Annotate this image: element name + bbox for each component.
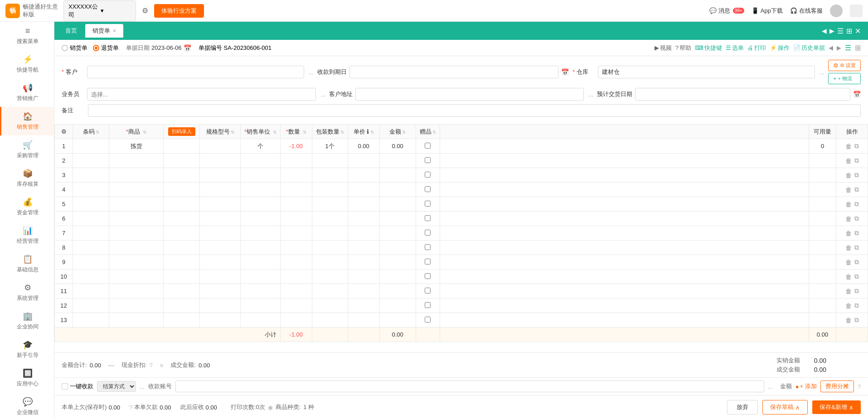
sort-amount-icon[interactable]: ⇅ [402, 130, 406, 135]
row-qty[interactable] [280, 168, 312, 183]
sidebar-item-enterprise[interactable]: 🏢 企业协同 [0, 307, 54, 335]
settings-button[interactable]: ⚙ [139, 5, 151, 17]
row-qty[interactable] [280, 284, 312, 299]
sort-pkg-icon[interactable]: ⇅ [340, 130, 344, 135]
gift-checkbox[interactable] [425, 157, 431, 163]
gift-checkbox[interactable] [425, 317, 431, 323]
row-amount[interactable] [379, 255, 416, 270]
customer-dots[interactable]: ... [309, 69, 314, 76]
row-gift[interactable] [416, 284, 440, 299]
row-spec[interactable] [200, 154, 241, 168]
row-qty[interactable]: -1.00 [280, 139, 312, 154]
help-small-icon[interactable]: ? [150, 362, 153, 369]
th-settings[interactable]: ⚙ [55, 125, 73, 139]
tab-home[interactable]: 首页 [58, 24, 84, 38]
copy-icon[interactable]: ⧉ [854, 186, 859, 193]
sidebar-item-search[interactable]: ≡ 搜索菜单 [0, 22, 54, 50]
row-pkg[interactable] [312, 270, 348, 284]
copy-icon[interactable]: ⧉ [854, 157, 859, 164]
product-types-icon[interactable]: ◉ [268, 404, 273, 411]
row-price[interactable]: 0.00 [348, 139, 379, 154]
th-scan[interactable]: 扫码录入 [164, 125, 200, 139]
sidebar-item-system[interactable]: ⚙ 系统管理 [0, 278, 54, 307]
row-gift[interactable] [416, 241, 440, 255]
logistics-btn[interactable]: + + 物流 [828, 73, 861, 84]
row-pkg[interactable] [312, 226, 348, 241]
row-unit[interactable] [241, 183, 281, 197]
row-unit[interactable]: 个 [241, 139, 281, 154]
row-pkg[interactable] [312, 255, 348, 270]
gift-checkbox[interactable] [425, 215, 431, 221]
row-barcode[interactable] [73, 313, 109, 327]
customer-input[interactable] [87, 66, 304, 78]
tab-close-icon[interactable]: × [113, 28, 116, 34]
row-gift[interactable] [416, 154, 440, 168]
app-download-item[interactable]: 📱 App下载 [752, 7, 783, 15]
row-gift[interactable] [416, 313, 440, 327]
sidebar-item-apps[interactable]: 🔲 应用中心 [0, 364, 54, 392]
copy-icon[interactable]: ⧉ [854, 171, 859, 179]
row-amount[interactable] [379, 270, 416, 284]
row-qty[interactable] [280, 241, 312, 255]
delete-icon[interactable]: 🗑 [845, 215, 852, 222]
row-pkg[interactable]: 1个 [312, 139, 348, 154]
row-barcode[interactable] [73, 255, 109, 270]
row-price[interactable] [348, 183, 379, 197]
sidebar-item-operations[interactable]: 📊 经营管理 [0, 221, 54, 250]
row-gift[interactable] [416, 270, 440, 284]
row-pkg[interactable] [312, 197, 348, 212]
row-pkg[interactable] [312, 241, 348, 255]
delete-icon[interactable]: 🗑 [845, 317, 852, 324]
tab-close-all-icon[interactable]: ✕ [855, 27, 861, 35]
sort-goods-icon[interactable]: ⇅ [143, 130, 146, 135]
row-pkg[interactable] [312, 183, 348, 197]
receipt-calendar-icon[interactable]: 📅 [561, 68, 569, 76]
calendar-icon[interactable]: 📅 [184, 44, 191, 52]
video-action[interactable]: ▶ 视频 [655, 44, 672, 52]
row-spec[interactable] [200, 270, 241, 284]
radio-return[interactable]: 退货单 [93, 44, 119, 52]
delete-icon[interactable]: 🗑 [845, 143, 852, 150]
receipt-due-input[interactable] [349, 66, 559, 78]
row-unit[interactable] [241, 255, 281, 270]
settlement-select[interactable]: 结算方式 [97, 381, 136, 392]
abandon-button[interactable]: 放弃 [727, 400, 758, 414]
row-barcode[interactable] [73, 212, 109, 226]
delivery-date-input[interactable] [635, 88, 850, 101]
row-gift[interactable] [416, 183, 440, 197]
row-amount[interactable]: 0.00 [379, 139, 416, 154]
copy-icon[interactable]: ⧉ [854, 316, 859, 324]
copy-icon[interactable]: ⧉ [854, 229, 859, 237]
print-action[interactable]: 🖨 打印 [747, 44, 766, 52]
sort-qty-icon[interactable]: ⇅ [303, 130, 306, 135]
gift-checkbox[interactable] [425, 186, 431, 192]
user-settings[interactable] [850, 5, 863, 17]
row-unit[interactable] [241, 241, 281, 255]
layout-icon1[interactable]: ☰ [845, 43, 851, 52]
row-unit[interactable] [241, 284, 281, 299]
row-barcode[interactable] [73, 139, 109, 154]
delete-icon[interactable]: 🗑 [845, 259, 852, 266]
sidebar-item-wechat[interactable]: 💬 企业微信 [0, 392, 54, 419]
tab-next-icon[interactable]: ▶ [829, 27, 834, 34]
message-item[interactable]: 💬 消息 99+ [709, 7, 744, 15]
row-spec[interactable] [200, 168, 241, 183]
row-barcode[interactable] [73, 168, 109, 183]
row-price[interactable] [348, 255, 379, 270]
row-amount[interactable] [379, 154, 416, 168]
save-draft-button[interactable]: 保存草稿 ∧ [762, 400, 808, 414]
row-qty[interactable] [280, 212, 312, 226]
copy-icon[interactable]: ⧉ [854, 273, 859, 280]
row-price[interactable] [348, 313, 379, 327]
gift-checkbox[interactable] [425, 244, 431, 250]
row-barcode[interactable] [73, 270, 109, 284]
row-barcode[interactable] [73, 226, 109, 241]
row-qty[interactable] [280, 270, 312, 284]
row-goods[interactable] [109, 241, 164, 255]
account-input[interactable] [175, 380, 764, 392]
sidebar-item-marketing[interactable]: 📢 营销推广 [0, 78, 54, 107]
add-button[interactable]: ● + 添加 [795, 382, 817, 390]
delete-icon[interactable]: 🗑 [845, 273, 852, 280]
row-qty[interactable] [280, 183, 312, 197]
customer-addr-input[interactable] [355, 88, 583, 101]
